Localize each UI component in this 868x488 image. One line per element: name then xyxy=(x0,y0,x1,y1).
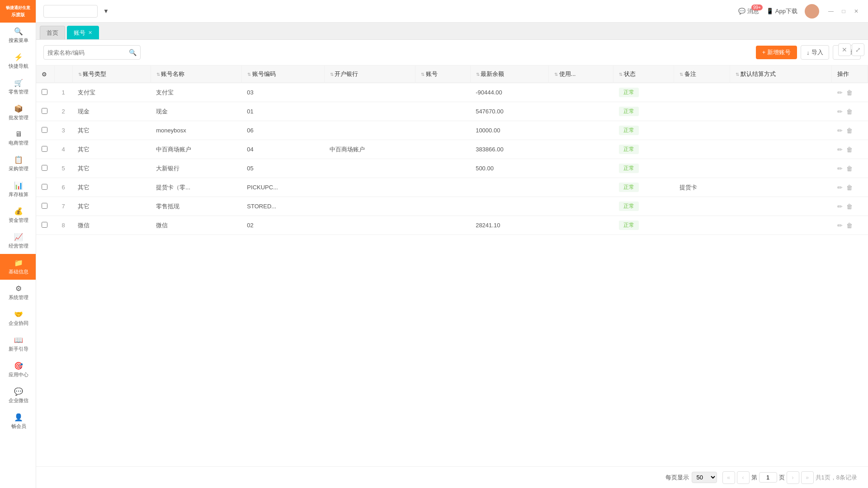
row-checkbox[interactable] xyxy=(42,184,47,190)
col-account_name[interactable]: ⇅ 账号名称 xyxy=(151,66,241,83)
action-buttons: ✏ 🗑 xyxy=(837,165,863,172)
import-button[interactable]: ↓ 导入 xyxy=(801,45,829,60)
sidebar-item-capital-mgmt[interactable]: 💰资金管理 xyxy=(0,202,36,228)
search-input[interactable] xyxy=(47,49,129,56)
row-checkbox[interactable] xyxy=(42,127,47,133)
sidebar-item-purchase-mgmt[interactable]: 📋采购管理 xyxy=(0,151,36,177)
cell-usage xyxy=(548,159,613,178)
row-checkbox[interactable] xyxy=(42,222,47,228)
status-badge: 正常 xyxy=(619,164,639,173)
edit-button[interactable]: ✏ xyxy=(837,222,843,229)
last-page-button[interactable]: » xyxy=(801,471,814,484)
delete-button[interactable]: 🗑 xyxy=(846,165,853,172)
delete-button[interactable]: 🗑 xyxy=(846,146,853,153)
status-badge: 正常 xyxy=(619,107,639,116)
sidebar-item-retail-mgmt[interactable]: 🛒零售管理 xyxy=(0,74,36,100)
table-header: ⚙⇅ 账号类型⇅ 账号名称⇅ 账号编码⇅ 开户银行⇅ 账号⇅ 最新余额⇅ 使用.… xyxy=(36,66,868,83)
maximize-button[interactable]: □ xyxy=(839,7,848,16)
sidebar-item-enterprise-wechat[interactable]: 💬企业微信 xyxy=(0,383,36,408)
delete-button[interactable]: 🗑 xyxy=(846,89,853,96)
row-checkbox[interactable] xyxy=(42,89,47,95)
col-status[interactable]: ⇅ 状态 xyxy=(613,66,674,83)
page-number-input[interactable] xyxy=(759,472,777,483)
col-account_no[interactable]: ⇅ 账号 xyxy=(415,66,470,83)
page-size-select[interactable]: 102050100 xyxy=(692,472,717,483)
enterprise-wechat-icon: 💬 xyxy=(14,387,23,396)
edit-button[interactable]: ✏ xyxy=(837,184,843,191)
delete-button[interactable]: 🗑 xyxy=(846,184,853,191)
sidebar-item-ecommerce-mgmt[interactable]: 🖥电商管理 xyxy=(0,126,36,151)
col-account_code[interactable]: ⇅ 账号编码 xyxy=(241,66,324,83)
main-content: ▼ 💬 消息 99+ 📱 App下载 — □ ✕ 首页账号✕ xyxy=(36,0,868,488)
cell-account_type: 微信 xyxy=(72,216,151,235)
close-button[interactable]: ✕ xyxy=(852,7,861,16)
row-checkbox[interactable] xyxy=(42,146,47,152)
minimize-button[interactable]: — xyxy=(826,7,835,16)
edit-button[interactable]: ✏ xyxy=(837,165,843,172)
tab-home[interactable]: 首页 xyxy=(40,26,65,39)
col-label-account_name: ⇅ 账号名称 xyxy=(156,70,185,77)
col-default_settlement[interactable]: ⇅ 默认结算方式 xyxy=(730,66,832,83)
sidebar-item-beginner-guide[interactable]: 📖新手引导 xyxy=(0,331,36,357)
table-row: 5其它大新银行05500.00正常 ✏ 🗑 xyxy=(36,159,868,178)
col-label-account_type: ⇅ 账号类型 xyxy=(78,70,107,77)
delete-button[interactable]: 🗑 xyxy=(846,127,853,134)
header-search-input[interactable] xyxy=(43,5,98,18)
edit-button[interactable]: ✏ xyxy=(837,89,843,96)
tab-close-icon[interactable]: ✕ xyxy=(88,30,92,36)
delete-button[interactable]: 🗑 xyxy=(846,203,853,210)
cell-default_settlement xyxy=(730,83,832,102)
col-account_type[interactable]: ⇅ 账号类型 xyxy=(72,66,151,83)
header-dropdown[interactable]: ▼ xyxy=(103,8,109,14)
sidebar-item-system-mgmt[interactable]: ⚙系统管理 xyxy=(0,280,36,305)
row-checkbox[interactable] xyxy=(42,108,47,114)
row-checkbox[interactable] xyxy=(42,203,47,209)
col-remark[interactable]: ⇅ 备注 xyxy=(674,66,730,83)
prev-page-button[interactable]: ‹ xyxy=(737,471,750,484)
add-account-button[interactable]: + 新增账号 xyxy=(756,46,797,59)
sidebar-nav: 🔍搜索菜单⚡快捷导航🛒零售管理📦批发管理🖥电商管理📋采购管理📊库存核算💰资金管理… xyxy=(0,23,36,434)
inventory-check-icon: 📊 xyxy=(14,181,23,190)
cell-settings xyxy=(36,178,54,197)
edit-button[interactable]: ✏ xyxy=(837,146,843,153)
edit-button[interactable]: ✏ xyxy=(837,108,843,115)
content-expand-button[interactable]: ⤢ xyxy=(852,43,864,56)
sidebar-item-operations-mgmt[interactable]: 📈经营管理 xyxy=(0,228,36,254)
cell-settings xyxy=(36,159,54,178)
next-page-button[interactable]: › xyxy=(787,471,799,484)
edit-button[interactable]: ✏ xyxy=(837,127,843,134)
col-label-latest_balance: ⇅ 最新余额 xyxy=(476,70,505,77)
user-avatar[interactable] xyxy=(805,4,819,19)
sidebar-item-app-center[interactable]: 🎯应用中心 xyxy=(0,357,36,383)
cell-account_type: 现金 xyxy=(72,102,151,121)
cell-status: 正常 xyxy=(613,83,674,102)
cell-account_name: 零售抵现 xyxy=(151,197,241,216)
cell-default_settlement xyxy=(730,178,832,197)
delete-button[interactable]: 🗑 xyxy=(846,108,853,115)
delete-button[interactable]: 🗑 xyxy=(846,222,853,229)
app-download-button[interactable]: 📱 App下载 xyxy=(766,7,797,15)
sidebar-item-search-menu[interactable]: 🔍搜索菜单 xyxy=(0,23,36,48)
status-badge: 正常 xyxy=(619,221,639,230)
first-page-button[interactable]: « xyxy=(722,471,735,484)
edit-button[interactable]: ✏ xyxy=(837,203,843,210)
messages-button[interactable]: 💬 消息 99+ xyxy=(738,7,759,15)
cell-latest_balance: 383866.00 xyxy=(470,140,548,159)
col-latest_balance[interactable]: ⇅ 最新余额 xyxy=(470,66,548,83)
col-usage[interactable]: ⇅ 使用... xyxy=(548,66,613,83)
retail-mgmt-icon: 🛒 xyxy=(14,79,23,87)
search-icon[interactable]: 🔍 xyxy=(129,49,137,56)
row-checkbox[interactable] xyxy=(42,165,47,171)
app-center-icon: 🎯 xyxy=(14,361,23,370)
cell-latest_balance: -90444.00 xyxy=(470,83,548,102)
content-close-button[interactable]: ✕ xyxy=(838,43,851,56)
sidebar-item-member[interactable]: 👤畅会员 xyxy=(0,408,36,434)
sidebar-item-inventory-check[interactable]: 📊库存核算 xyxy=(0,177,36,202)
sidebar-item-basic-info[interactable]: 📁基础信息 xyxy=(0,254,36,280)
cell-latest_balance: 500.00 xyxy=(470,159,548,178)
sidebar-item-enterprise-agreement[interactable]: 🤝企业协同 xyxy=(0,305,36,331)
col-bank[interactable]: ⇅ 开户银行 xyxy=(324,66,415,83)
sidebar-item-wholesale-mgmt[interactable]: 📦批发管理 xyxy=(0,100,36,126)
tab-account[interactable]: 账号✕ xyxy=(67,26,99,39)
sidebar-item-quick-nav[interactable]: ⚡快捷导航 xyxy=(0,48,36,74)
